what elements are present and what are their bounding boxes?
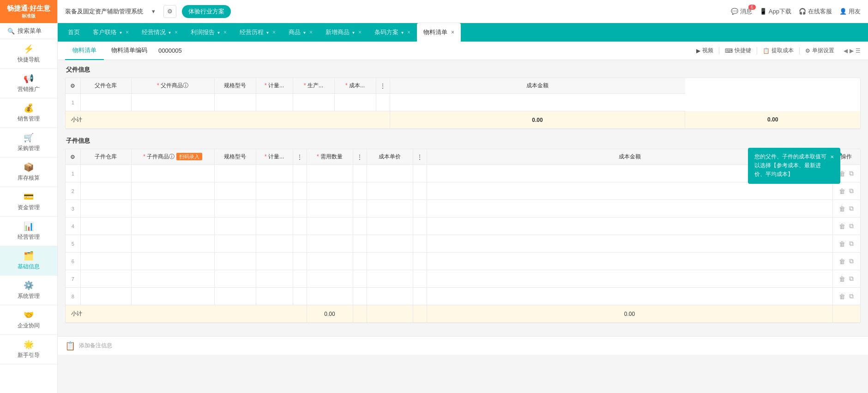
child-spec-cell[interactable] [214,270,256,288]
sidebar-item-enterprise[interactable]: 🤝 企业协同 [0,305,57,335]
sidebar-item-operations[interactable]: 📊 经营管理 [0,217,57,246]
child-spec-cell[interactable] [214,218,256,235]
sidebar-item-quick-nav[interactable]: ⚡ 快捷导航 [0,39,57,69]
child-product-cell[interactable] [131,288,214,305]
child-qty-cell[interactable] [307,182,353,200]
parent-product-cell[interactable] [131,94,214,111]
child-unit-price-cell[interactable] [367,200,413,218]
delete-icon[interactable]: 🗑 [839,187,845,195]
child-product-cell[interactable] [131,200,214,218]
nav-tab-goods[interactable]: 商品 ▾ × [282,23,319,42]
extract-cost-button[interactable]: 📋 提取成本 [763,47,794,54]
app-download-button[interactable]: 📱 App下载 [760,7,791,16]
nav-tab-home[interactable]: 首页 [61,23,86,42]
sidebar-item-marketing[interactable]: 📢 营销推广 [0,69,57,98]
delete-icon[interactable]: 🗑 [839,275,845,283]
child-warehouse-cell[interactable] [80,270,131,288]
child-warehouse-cell[interactable] [80,288,131,305]
system-title-dropdown[interactable]: ▾ [149,7,158,16]
video-button[interactable]: ▶ 视频 [696,47,713,54]
online-service-button[interactable]: 🎧 在线客服 [799,7,832,16]
sidebar-item-system[interactable]: ⚙️ 系统管理 [0,276,57,305]
child-product-cell[interactable] [131,165,214,182]
child-qty-cell[interactable] [307,235,353,253]
nav-tab-barcode[interactable]: 条码方案 ▾ × [368,23,417,42]
child-unit-cell[interactable] [256,253,293,270]
delete-icon[interactable]: 🗑 [839,205,845,212]
child-product-cell[interactable] [131,235,214,253]
copy-icon[interactable]: ⧉ [849,187,854,195]
scan-button[interactable]: 扫码录入 [176,153,202,160]
nav-tab-new-goods[interactable]: 新增商品 ▾ × [319,23,368,42]
doc-settings-button[interactable]: ⚙ 单据设置 [805,47,834,54]
child-qty-cell[interactable] [307,270,353,288]
sub-tab-bom-code[interactable]: 物料清单编码 [104,42,155,60]
user-menu[interactable]: 👤 用友 [839,7,861,16]
copy-icon[interactable]: ⧉ [849,240,854,248]
child-unit-cell[interactable] [256,235,293,253]
prev-icon[interactable]: ◀ [844,48,848,54]
child-spec-cell[interactable] [214,235,256,253]
copy-icon[interactable]: ⧉ [849,275,854,283]
child-warehouse-cell[interactable] [80,253,131,270]
child-warehouse-cell[interactable] [80,200,131,218]
child-product-cell[interactable] [131,270,214,288]
copy-icon[interactable]: ⧉ [849,205,854,212]
th-child-settings[interactable]: ⚙ [66,149,80,165]
child-product-cell[interactable] [131,253,214,270]
child-unit-cell[interactable] [256,165,293,182]
child-unit-price-cell[interactable] [367,288,413,305]
child-unit-price-cell[interactable] [367,218,413,235]
trial-button[interactable]: 体验行业方案 [182,5,231,18]
sidebar-item-finance[interactable]: 💳 资金管理 [0,187,57,217]
child-qty-cell[interactable] [307,253,353,270]
close-icon[interactable]: × [358,29,362,36]
copy-icon[interactable]: ⧉ [849,292,854,300]
next-icon[interactable]: ▶ [850,48,854,54]
child-product-cell[interactable] [131,182,214,200]
shortcut-button[interactable]: ⌨ 快捷键 [725,47,751,54]
sidebar-item-sales[interactable]: 💰 销售管理 [0,98,57,128]
child-spec-cell[interactable] [214,200,256,218]
child-unit-cell[interactable] [256,270,293,288]
note-icon[interactable]: 📋 [65,341,75,351]
child-qty-cell[interactable] [307,288,353,305]
parent-cost-cell[interactable] [334,94,376,111]
copy-icon[interactable]: ⧉ [849,169,854,177]
tooltip-close-button[interactable]: × [830,152,834,162]
child-warehouse-cell[interactable] [80,182,131,200]
sidebar-item-purchase[interactable]: 🛒 采购管理 [0,128,57,157]
bottom-placeholder[interactable]: 添加备注信息 [79,342,112,350]
child-qty-cell[interactable] [307,200,353,218]
nav-tab-bom[interactable]: 物料清单 × [417,23,461,42]
child-unit-price-cell[interactable] [367,270,413,288]
sub-tab-bom[interactable]: 物料清单 [65,42,104,60]
parent-unit-cell[interactable] [256,94,293,111]
child-qty-cell[interactable] [307,165,353,182]
child-spec-cell[interactable] [214,253,256,270]
nav-tab-operations[interactable]: 经营情况 ▾ × [135,23,184,42]
child-spec-cell[interactable] [214,182,256,200]
parent-spec-cell[interactable] [214,94,256,111]
close-icon[interactable]: × [126,29,129,36]
child-spec-cell[interactable] [214,165,256,182]
sidebar-item-search[interactable]: 🔍 搜索菜单 [0,23,57,39]
child-product-cell[interactable] [131,218,214,235]
child-warehouse-cell[interactable] [80,235,131,253]
child-qty-cell[interactable] [307,218,353,235]
parent-prod-cell[interactable] [293,94,334,111]
settings-button[interactable]: ⚙ [163,5,176,18]
child-unit-cell[interactable] [256,218,293,235]
child-unit-price-cell[interactable] [367,182,413,200]
copy-icon[interactable]: ⧉ [849,257,854,265]
nav-tab-profit[interactable]: 利润报告 ▾ × [184,23,233,42]
child-unit-cell[interactable] [256,182,293,200]
close-icon[interactable]: × [223,29,227,36]
close-icon[interactable]: × [175,29,178,36]
nav-tab-history[interactable]: 经营历程 ▾ × [233,23,282,42]
sidebar-item-basic-info[interactable]: 🗂️ 基础信息 [0,246,57,276]
close-icon[interactable]: × [407,29,410,36]
child-unit-cell[interactable] [256,288,293,305]
child-unit-cell[interactable] [256,200,293,218]
delete-icon[interactable]: 🗑 [839,223,845,230]
